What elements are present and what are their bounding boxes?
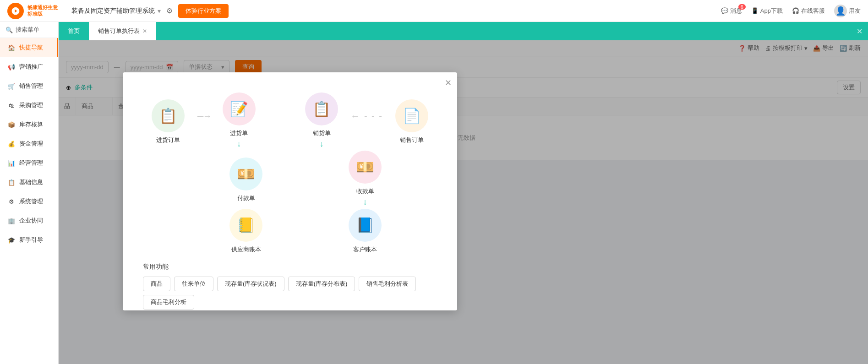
- service-icon: 🎧: [792, 7, 799, 14]
- flow-node-sales-order[interactable]: 📄 销售订单: [387, 99, 437, 144]
- purchase-icon: 🛍: [7, 101, 16, 109]
- common-btn-product-profit[interactable]: 商品毛利分析: [143, 295, 194, 310]
- trial-btn[interactable]: 体验行业方案: [178, 4, 229, 18]
- top-right: 💬 消息 6 📱 App下载 🎧 在线客服 👤 用友: [721, 5, 861, 17]
- download-icon: 📱: [751, 7, 759, 14]
- user-menu[interactable]: 👤 用友: [834, 5, 861, 17]
- flow-node-sales-bill[interactable]: 📋 销货单: [296, 92, 347, 137]
- finance-icon: 💰: [7, 140, 16, 148]
- sidebar-item-finance[interactable]: 💰 资金管理: [0, 134, 58, 153]
- sidebar: 🔍 搜索菜单 🏠 快捷导航 📢 营销推广 🛒 销售管理 🛍 采购管理 📦: [0, 22, 59, 364]
- top-bar: 畅康通好生意 标准版 装备及固定资产辅助管理系统 ▾ ⚙ 体验行业方案 💬 消息…: [0, 0, 868, 22]
- common-btn-partner[interactable]: 往来单位: [174, 277, 213, 291]
- sidebar-item-quick-guide[interactable]: 🏠 快捷导航: [0, 38, 58, 57]
- search-icon: 🔍: [5, 27, 13, 33]
- sidebar-item-system[interactable]: ⚙ 系统管理: [0, 192, 58, 211]
- settings-icon[interactable]: ⚙: [166, 6, 173, 15]
- modal-overlay: ✕ 📋 进货订单: [59, 40, 868, 364]
- flow-node-receipt[interactable]: 💴 收款单: [340, 151, 390, 196]
- avatar: 👤: [834, 5, 847, 17]
- quick-nav-modal: ✕ 📋 进货订单: [123, 72, 457, 310]
- flow-node-payment[interactable]: 💴 付款单: [221, 158, 271, 202]
- logo-icon: [7, 3, 24, 19]
- newbie-icon: 🎓: [7, 236, 16, 244]
- sidebar-item-marketing[interactable]: 📢 营销推广: [0, 57, 58, 76]
- logo-area: 畅康通好生意 标准版: [7, 3, 66, 19]
- message-badge: 6: [738, 4, 746, 10]
- flow-node-purchase-order[interactable]: 📋 进货订单: [143, 99, 193, 144]
- common-btn-sales-profit[interactable]: 销售毛利分析表: [359, 277, 416, 291]
- receipt-icon: 💴: [349, 151, 382, 184]
- arrow-h-2: ← - - -: [350, 111, 383, 121]
- sales-bill-icon: 📋: [305, 92, 338, 125]
- flow-node-customer-account[interactable]: 📘 客户账本: [340, 209, 390, 254]
- flow-col-sales-bill: 📋 销货单 ↓: [296, 92, 347, 151]
- marketing-icon: 📢: [7, 63, 16, 71]
- common-section-title: 常用功能: [143, 263, 437, 271]
- flow-node-supplier-account[interactable]: 📒 供应商账本: [221, 209, 271, 254]
- supplier-account-icon: 📒: [229, 209, 262, 242]
- flow-top-row: 📋 进货订单 - - - → �: [134, 92, 446, 151]
- home-icon: 🏠: [7, 43, 16, 52]
- main-area: 🔍 搜索菜单 🏠 快捷导航 📢 营销推广 🛒 销售管理 🛍 采购管理 📦: [0, 22, 868, 364]
- common-btn-product[interactable]: 商品: [143, 277, 170, 291]
- page-content: ❓ 帮助 🖨 按模板打印 ▾ 📤 导出 🔄 刷新: [59, 40, 868, 364]
- common-section: 常用功能 商品 往来单位 现存量(库存状况表) 现存量(库存分布表) 销售毛利分…: [134, 258, 446, 310]
- content-area: 首页 销售订单执行表 ✕ ✕ ❓ 帮助 🖨 按: [59, 22, 868, 364]
- sidebar-item-purchase[interactable]: 🛍 采购管理: [0, 96, 58, 115]
- message-btn[interactable]: 💬 消息 6: [721, 7, 742, 15]
- flow-bottom-row: 📒 供应商账本 📘 客户账本: [134, 209, 446, 254]
- sales-order-icon: 📄: [395, 99, 428, 132]
- arrow-v-1: ↓: [237, 139, 241, 149]
- enterprise-icon: 🏢: [7, 217, 16, 225]
- sidebar-item-basic-info[interactable]: 📋 基础信息: [0, 173, 58, 192]
- system-title-dropdown[interactable]: ▾: [158, 7, 161, 15]
- modal-close-btn[interactable]: ✕: [445, 78, 452, 88]
- common-btn-stock-status[interactable]: 现存量(库存状况表): [217, 277, 284, 291]
- app-container: 畅康通好生意 标准版 装备及固定资产辅助管理系统 ▾ ⚙ 体验行业方案 💬 消息…: [0, 0, 868, 364]
- flow-middle-row: 💴 付款单 💴: [134, 151, 446, 209]
- app-download-btn[interactable]: 📱 App下载: [751, 7, 783, 15]
- sidebar-item-sales[interactable]: 🛒 销售管理: [0, 76, 58, 96]
- sidebar-item-inventory[interactable]: 📦 库存核算: [0, 115, 58, 134]
- system-icon: ⚙: [7, 197, 16, 206]
- arrow-v-3: ↓: [363, 197, 367, 207]
- common-btns-row1: 商品 往来单位 现存量(库存状况表) 现存量(库存分布表) 销售毛利分析表 商品…: [143, 277, 437, 310]
- sales-icon: 🛒: [7, 82, 16, 90]
- arrow-h-1: - - - →: [197, 111, 210, 121]
- sidebar-item-enterprise[interactable]: 🏢 企业协同: [0, 211, 58, 230]
- arrow-v-2: ↓: [320, 139, 324, 149]
- flow-section: 📋 进货订单 - - - → �: [134, 83, 446, 258]
- tab-sales-order-exec[interactable]: 销售订单执行表 ✕: [89, 22, 156, 40]
- online-service-btn[interactable]: 🎧 在线客服: [792, 7, 825, 15]
- common-btn-stock-dist[interactable]: 现存量(库存分布表): [288, 277, 355, 291]
- system-title: 装备及固定资产辅助管理系统 ▾: [71, 7, 161, 15]
- basic-info-icon: 📋: [7, 178, 16, 186]
- message-icon: 💬: [721, 7, 728, 14]
- sidebar-item-newbie[interactable]: 🎓 新手引导: [0, 230, 58, 250]
- operations-icon: 📊: [7, 159, 16, 167]
- tab-bar-close-icon[interactable]: ✕: [857, 27, 863, 36]
- flow-col-receipt: 💴 收款单 ↓: [340, 151, 390, 209]
- flow-node-purchase-bill[interactable]: 📝 进货单: [214, 92, 264, 137]
- customer-account-icon: 📘: [349, 209, 382, 242]
- purchase-bill-icon: 📝: [223, 92, 256, 125]
- tab-home[interactable]: 首页: [59, 22, 89, 40]
- tab-close-icon[interactable]: ✕: [142, 28, 147, 34]
- flow-col-purchase-bill: 📝 进货单 ↓: [214, 92, 264, 151]
- logo-text: 畅康通好生意 标准版: [27, 5, 58, 16]
- sidebar-search[interactable]: 🔍 搜索菜单: [0, 22, 58, 38]
- sidebar-item-operations[interactable]: 📊 经营管理: [0, 153, 58, 173]
- purchase-order-icon: 📋: [152, 99, 185, 132]
- tab-bar: 首页 销售订单执行表 ✕ ✕: [59, 22, 868, 40]
- inventory-icon: 📦: [7, 120, 16, 129]
- payment-icon: 💴: [229, 158, 262, 190]
